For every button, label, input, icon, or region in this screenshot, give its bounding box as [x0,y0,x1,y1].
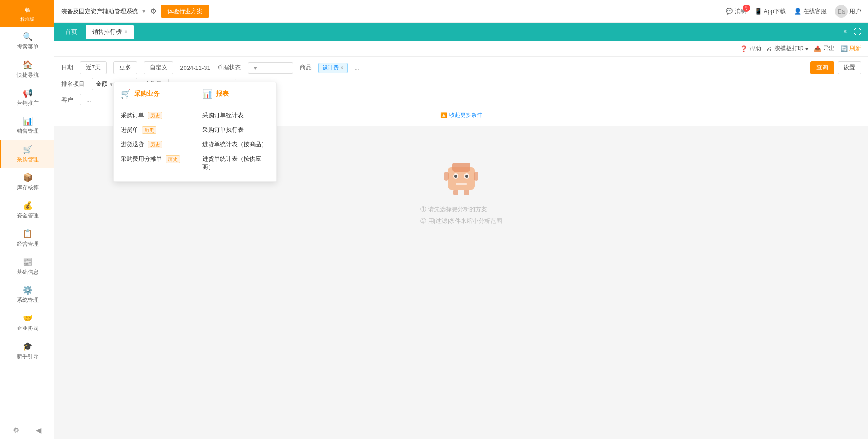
tab-sales-ranking-label: 销售排行榜 [92,28,122,36]
purchase-col-header: 🛒 采购业务 [121,89,188,103]
report-po-stats-item[interactable]: 采购订单统计表 [202,108,270,123]
date-custom-btn[interactable]: 自定义 [144,61,173,74]
refresh-icon: 🔄 [840,45,848,52]
report-receipt-goods-label: 进货单统计表（按商品） [202,140,267,148]
tabs-close-all-btn[interactable]: × [841,27,849,37]
collapse-label: 收起更多条件 [449,111,482,119]
report-po-exec-item[interactable]: 采购订单执行表 [202,123,270,137]
report-col: 📊 报表 采购订单统计表 采购订单执行表 进货单统计表（按商品） 进货单统计表（… [195,82,277,181]
topbar: 装备及固定资产辅助管理系统 ▾ ⚙ 体验行业方案 💬 消息 9 📱 App下载 … [54,0,868,23]
purchase-return-item[interactable]: 进货退货 历史 [121,137,188,152]
sidebar-item-marketing-label: 营销推广 [17,99,39,107]
svg-rect-11 [453,190,458,195]
purchase-order-label: 采购订单 [121,111,144,119]
settings-btn[interactable]: 设置 [838,61,861,74]
filter-actions-right: 查询 设置 [810,61,861,74]
date-7days-btn[interactable]: 近7天 [80,61,107,74]
print-chevron: ▾ [805,45,809,52]
online-service-btn[interactable]: 👤 在线客服 [794,7,827,15]
sidebar-item-guide[interactable]: 🎓 新手引导 [0,337,54,365]
collapse-btn[interactable]: 🔼 收起更多条件 [438,109,484,121]
tab-home[interactable]: 首页 [59,25,83,39]
sidebar-item-inventory[interactable]: 📦 库存核算 [0,168,54,196]
svg-rect-3 [452,163,470,172]
print-btn[interactable]: 🖨 按模板打印 ▾ [766,44,809,53]
sidebar-item-search[interactable]: 🔍 搜索菜单 [0,27,54,55]
status-chevron: ▾ [254,64,257,71]
report-receipt-supplier-label: 进货单统计表（按供应商） [202,155,270,171]
sidebar-item-marketing[interactable]: 📢 营销推广 [0,84,54,112]
goods-tag-remove[interactable]: × [341,64,344,71]
date-more-btn[interactable]: 更多 [113,61,137,74]
refresh-btn[interactable]: 🔄 刷新 [840,44,861,53]
notification-btn[interactable]: 💬 消息 9 [726,7,746,15]
purchase-receipt-label: 进货单 [121,126,138,134]
export-btn[interactable]: 📤 导出 [814,44,835,53]
industry-btn[interactable]: 体验行业方案 [161,5,209,18]
report-receipt-supplier-item[interactable]: 进货单统计表（按供应商） [202,152,270,174]
status-select[interactable]: ▾ [248,62,293,74]
sidebar-item-enterprise[interactable]: 🤝 企业协同 [0,309,54,337]
topbar-dropdown-btn[interactable]: ▾ [142,8,146,15]
sidebar-item-finance[interactable]: 💰 资金管理 [0,196,54,224]
empty-hint-1: ① 请先选择要分析的方案 [420,203,502,215]
purchase-order-badge: 历史 [148,112,162,119]
marketing-icon: 📢 [23,88,33,98]
sidebar-item-operations[interactable]: 📋 经营管理 [0,224,54,252]
sidebar-item-basic-info-label: 基础信息 [17,268,39,276]
finance-icon: 💰 [23,201,33,211]
sidebar-item-basic-info[interactable]: 📰 基础信息 [0,252,54,281]
svg-point-7 [465,175,468,178]
tabs-expand-btn[interactable]: ⛶ [852,27,863,37]
sidebar-item-sales-label: 销售管理 [17,128,39,135]
sidebar-item-system[interactable]: ⚙️ 系统管理 [0,281,54,309]
purchase-expense-item[interactable]: 采购费用分摊单 历史 [121,152,188,166]
logo: 畅 标准版 [0,0,54,27]
date-label: 日期 [61,64,73,72]
ranking-label: 排名项目 [61,80,85,88]
sidebar-collapse-btn[interactable]: ◀ [36,426,41,434]
svg-text:畅: 畅 [24,7,29,13]
refresh-label: 刷新 [849,44,861,53]
sidebar-item-sales[interactable]: 📊 销售管理 [0,112,54,140]
user-btn[interactable]: Ea 用户 [835,5,861,18]
guide-icon: 🎓 [23,341,33,351]
tab-close-btn[interactable]: × [124,29,127,35]
purchase-receipt-item[interactable]: 进货单 历史 [121,123,188,137]
sidebar-settings-btn[interactable]: ⚙ [13,426,19,434]
ranking-chevron: ▾ [110,81,113,88]
empty-icon [434,153,488,199]
sidebar-item-purchase[interactable]: 🛒 采购管理 [0,140,54,168]
query-btn[interactable]: 查询 [810,61,834,74]
purchase-col-icon: 🛒 [121,89,131,99]
export-icon: 📤 [814,45,821,52]
sidebar-bottom: ⚙ ◀ [0,421,54,439]
tabs-bar: 首页 销售排行榜 × × ⛶ [54,23,868,41]
purchase-order-item[interactable]: 采购订单 历史 [121,108,188,123]
purchase-return-badge: 历史 [148,141,162,148]
tab-sales-ranking[interactable]: 销售排行榜 × [86,25,134,39]
report-col-icon: 📊 [202,89,212,99]
app-download-btn[interactable]: 📱 App下载 [755,7,786,15]
goods-more-dots[interactable]: ... [355,64,360,71]
content-area: ❓ 帮助 🖨 按模板打印 ▾ 📤 导出 🔄 刷新 日期 近7天 [54,41,868,439]
report-po-stats-label: 采购订单统计表 [202,111,244,119]
sidebar-item-quick-nav[interactable]: 🏠 快捷导航 [0,55,54,84]
goods-label: 商品 [300,64,312,72]
topbar-settings-btn[interactable]: ⚙ [150,7,156,15]
empty-hints: ① 请先选择要分析的方案 ② 用[过滤]条件来缩小分析范围 [420,203,502,227]
search-icon: 🔍 [23,32,33,42]
goods-tag: 设计费 × [318,63,348,73]
customer-dots[interactable]: ... [86,96,91,103]
sidebar-item-guide-label: 新手引导 [17,353,39,360]
help-btn[interactable]: ❓ 帮助 [740,44,761,53]
home-icon: 🏠 [23,60,33,70]
purchase-receipt-badge: 历史 [142,126,156,134]
notification-badge: 9 [743,5,750,12]
report-receipt-goods-item[interactable]: 进货单统计表（按商品） [202,137,270,152]
operations-icon: 📋 [23,229,33,239]
sidebar-item-finance-label: 资金管理 [17,212,39,220]
purchase-icon: 🛒 [23,144,33,154]
sidebar-item-inventory-label: 库存核算 [17,184,39,192]
main-area: 装备及固定资产辅助管理系统 ▾ ⚙ 体验行业方案 💬 消息 9 📱 App下载 … [54,0,868,439]
